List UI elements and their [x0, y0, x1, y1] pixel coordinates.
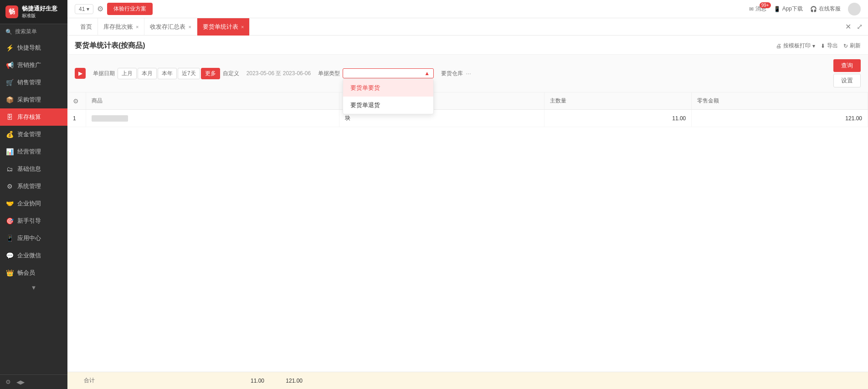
custom-date-btn[interactable]: 自定义	[223, 70, 239, 77]
export-btn[interactable]: ⬇ 导出	[821, 42, 838, 50]
sidebar-item-system[interactable]: ⚙ 系统管理	[0, 178, 67, 195]
date-range-btns: 上月 本月 本年 近7天 更多	[118, 68, 220, 79]
tabs-right-btns: ✕ ⤢	[843, 20, 868, 33]
sidebar-item-sales[interactable]: 🛒 销售管理	[0, 74, 67, 91]
topbar-left: 41 ▾ ⚙ 体验行业方案	[75, 3, 744, 15]
sidebar-icon-finance: 💰	[5, 131, 14, 138]
refresh-icon: ↻	[843, 43, 848, 49]
user-avatar[interactable]	[848, 3, 861, 15]
sidebar-label-marketing: 营销推广	[17, 61, 41, 69]
type-select[interactable]: ▲ 要货单要货 要货单退货	[343, 68, 434, 78]
search-icon: 🔍	[5, 29, 12, 35]
table-row: 1 块 11.00 121.00	[67, 110, 868, 127]
export-label: 导出	[827, 42, 838, 50]
sidebar-label-collab: 企业协同	[17, 200, 41, 208]
sidebar-label-system: 系统管理	[17, 182, 41, 190]
download-icon: 📱	[774, 6, 781, 12]
type-filter-label: 单据类型	[318, 70, 340, 77]
company-select-value: 41	[79, 6, 85, 12]
type-select-input[interactable]	[347, 70, 422, 77]
sidebar-icon-quick-nav: ⚡	[5, 44, 14, 51]
row-seq: 1	[67, 110, 86, 127]
sidebar-label-guide: 新手引导	[17, 217, 41, 225]
sidebar-icon-wechat: 💬	[5, 252, 14, 259]
app-download-btn[interactable]: 📱 App下载	[774, 5, 803, 13]
refresh-btn[interactable]: ↻ 刷新	[843, 42, 861, 50]
sidebar-item-collab[interactable]: 🤝 企业协同	[0, 195, 67, 212]
dropdown-menu: 要货单要货 要货单退货	[343, 79, 434, 114]
tab-label-collect: 收发存汇总表	[150, 23, 185, 31]
data-table: ⚙ 商品 主计量单位 主数量 零售金额 1 块	[67, 92, 868, 127]
sidebar-collapse-btn[interactable]: ◀▶	[16, 379, 25, 385]
last-month-btn[interactable]: 上月	[118, 68, 137, 79]
warehouse-more-btn[interactable]: ···	[466, 70, 471, 77]
sidebar-item-wechat[interactable]: 💬 企业微信	[0, 247, 67, 264]
filter-expand-btn[interactable]: ▶	[75, 68, 86, 79]
tab-collect[interactable]: 收发存汇总表×	[144, 18, 197, 36]
filter-bar: ▶ 单据日期 上月 本月 本年 近7天 更多 自定义 2023-05-06 至 …	[67, 55, 868, 92]
sidebar-settings-icon[interactable]: ⚙	[5, 379, 11, 385]
date-filter-label: 单据日期	[93, 70, 115, 77]
sidebar-item-finance[interactable]: 💰 资金管理	[0, 126, 67, 143]
query-btn[interactable]: 查询	[833, 59, 861, 72]
service-icon: 🎧	[810, 6, 817, 12]
main-area: 41 ▾ ⚙ 体验行业方案 ✉ 消息 99+ 📱 App下载 🎧 在线客服	[67, 0, 868, 389]
dropdown-item-order-goods[interactable]: 要货单要货	[343, 79, 433, 97]
row-goods	[86, 110, 339, 127]
sidebar-item-operations[interactable]: 📊 经营管理	[0, 143, 67, 160]
tab-batch[interactable]: 库存批次账×	[98, 18, 144, 36]
setting-btn[interactable]: 设置	[833, 74, 861, 87]
service-btn[interactable]: 🎧 在线客服	[810, 5, 841, 13]
sidebar-item-inventory[interactable]: 🗄 库存核算	[0, 108, 67, 126]
date-filter-group: 单据日期 上月 本月 本年 近7天 更多 自定义	[93, 68, 239, 79]
sidebar-item-marketing[interactable]: 📢 营销推广	[0, 56, 67, 74]
tab-close-order-stat[interactable]: ×	[241, 24, 244, 30]
sidebar-item-purchase[interactable]: 📦 采购管理	[0, 91, 67, 108]
topbar-gear-icon[interactable]: ⚙	[97, 5, 103, 13]
type-select-arrow-icon[interactable]: ▲	[424, 70, 430, 77]
goods-blurred	[92, 115, 128, 122]
topbar-right: ✉ 消息 99+ 📱 App下载 🎧 在线客服	[749, 3, 861, 15]
tab-home[interactable]: 首页	[75, 18, 98, 36]
tab-order-stat[interactable]: 要货单统计表×	[197, 18, 250, 36]
sidebar-icon-inventory: 🗄	[5, 113, 14, 121]
service-label: 在线客服	[819, 5, 841, 13]
sidebar-icon-purchase: 📦	[5, 96, 14, 103]
export-icon: ⬇	[821, 43, 825, 49]
sidebar-scroll-down[interactable]: ▼	[0, 282, 67, 294]
dropdown-item-order-return[interactable]: 要货单退货	[343, 97, 433, 114]
print-chevron-icon: ▾	[812, 43, 815, 49]
last7-btn[interactable]: 近7天	[178, 68, 200, 79]
print-label: 按模板打印	[783, 42, 811, 50]
expand-tabs-btn[interactable]: ⤢	[855, 20, 864, 33]
footer-qty: 11.00	[228, 378, 264, 384]
tab-close-collect[interactable]: ×	[188, 24, 191, 30]
more-dates-btn[interactable]: 更多	[201, 68, 220, 79]
sidebar-item-quick-nav[interactable]: ⚡ 快捷导航	[0, 39, 67, 56]
sidebar-icon-marketing: 📢	[5, 61, 14, 69]
this-year-btn[interactable]: 本年	[158, 68, 177, 79]
sidebar-item-member[interactable]: 👑 畅会员	[0, 264, 67, 282]
sidebar-search[interactable]: 🔍 搜索菜单	[0, 24, 67, 39]
sidebar-label-app-center: 应用中心	[17, 234, 41, 242]
sidebar-label-quick-nav: 快捷导航	[17, 44, 41, 52]
table-gear-icon[interactable]: ⚙	[73, 97, 79, 105]
sidebar-item-base[interactable]: 🗂 基础信息	[0, 160, 67, 178]
sidebar-icon-member: 👑	[5, 269, 14, 276]
tab-close-batch[interactable]: ×	[136, 24, 139, 30]
print-btn[interactable]: 🖨 按模板打印 ▾	[776, 42, 815, 50]
page-header: 要货单统计表(按商品) 🖨 按模板打印 ▾ ⬇ 导出 ↻ 刷新	[67, 36, 868, 55]
sidebar-icon-collab: 🤝	[5, 200, 14, 207]
tabs-bar: 首页库存批次账×收发存汇总表×要货单统计表× ✕ ⤢	[67, 18, 868, 36]
trial-btn[interactable]: 体验行业方案	[107, 3, 153, 15]
footer-amount: 121.00	[266, 378, 303, 384]
sidebar-label-sales: 销售管理	[17, 78, 41, 87]
sidebar-item-app-center[interactable]: 📱 应用中心	[0, 230, 67, 247]
company-select[interactable]: 41 ▾	[75, 4, 93, 14]
table-header-amount: 零售金额	[692, 92, 868, 110]
warehouse-filter-group: 要货仓库 ···	[441, 70, 471, 77]
this-month-btn[interactable]: 本月	[138, 68, 157, 79]
messages-btn[interactable]: ✉ 消息 99+	[749, 5, 766, 13]
sidebar-item-guide[interactable]: 🎯 新手引导	[0, 212, 67, 230]
close-all-tabs-btn[interactable]: ✕	[843, 20, 853, 33]
